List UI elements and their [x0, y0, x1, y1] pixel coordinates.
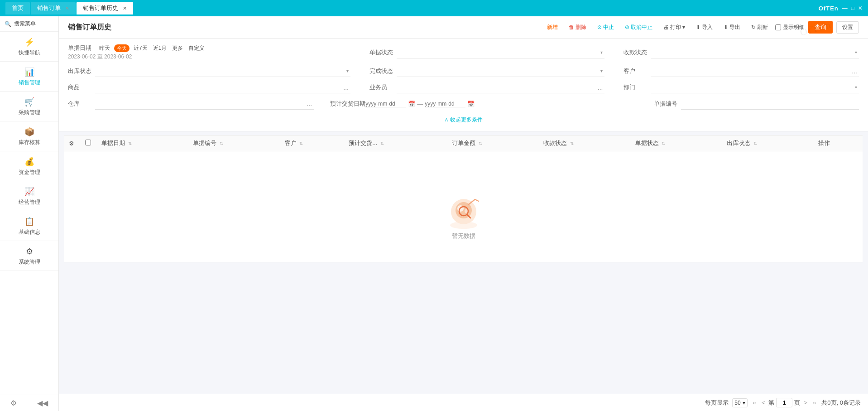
- filter-row-3: 商品 ... 业务员 ... 部门 ▾: [68, 82, 859, 93]
- calendar-to-icon[interactable]: 📅: [467, 101, 475, 107]
- total-info: 共0页, 0条记录: [821, 399, 861, 407]
- top-bar: 首页 销售订单 ✕ 销售订单历史 ✕ OfTEn — □ ✕: [0, 0, 868, 16]
- date-option-yesterday[interactable]: 昨天: [98, 44, 111, 52]
- first-page-button[interactable]: «: [751, 398, 758, 407]
- sidebar-item-search-menu[interactable]: 🔍 搜索菜单: [0, 16, 58, 32]
- empty-state-row: 暂无数据: [64, 151, 863, 262]
- th-checkbox[interactable]: [81, 135, 97, 151]
- content-area: 销售订单历史 + 新增 🗑 删除 ⊘ 中止 ⊘ 取消中止: [59, 16, 868, 411]
- th-date-sort-icon: ⇅: [128, 141, 132, 146]
- salesperson-input-area[interactable]: ...: [397, 82, 605, 93]
- show-detail-checkbox[interactable]: [775, 24, 781, 30]
- page-size-select[interactable]: 50 ▾: [732, 398, 747, 407]
- sidebar-collapse-icon[interactable]: ◀◀: [37, 399, 48, 407]
- last-page-button[interactable]: »: [811, 398, 818, 407]
- tab-home[interactable]: 首页: [5, 2, 30, 15]
- export-button[interactable]: ⬇ 导出: [720, 22, 744, 33]
- th-settings[interactable]: ⚙: [64, 135, 81, 151]
- filter-goods-item: 商品 ...: [68, 82, 350, 93]
- sales-icon: 📊: [24, 67, 34, 77]
- empty-state: 暂无数据: [69, 155, 858, 258]
- filter-complete-item: 完成状态 ▾: [369, 65, 605, 77]
- finance-icon: 💰: [24, 157, 34, 167]
- sidebar-item-sales[interactable]: 📊 销售管理: [0, 62, 58, 92]
- salesperson-dots-icon: ...: [598, 84, 603, 91]
- sidebar-item-quick-nav[interactable]: ⚡ 快捷导航: [0, 32, 58, 62]
- brand-label: OfTEn: [819, 5, 839, 12]
- print-label: 打印: [670, 24, 681, 31]
- settings-gear-icon[interactable]: ⚙: [69, 140, 74, 147]
- th-action: 操作: [814, 135, 863, 151]
- th-customer[interactable]: 客户 ⇅: [280, 135, 345, 151]
- tab-sales-order-close[interactable]: ✕: [65, 5, 69, 11]
- page-size-label: 每页显示: [705, 399, 729, 407]
- tab-sales-history-close[interactable]: ✕: [123, 5, 127, 11]
- dept-arrow-icon: ▾: [855, 85, 857, 90]
- sidebar-item-system[interactable]: ⚙ 系统管理: [0, 241, 58, 271]
- delivery-date-to-input[interactable]: [425, 101, 465, 107]
- import-button[interactable]: ⬆ 导入: [692, 22, 716, 33]
- prev-page-button[interactable]: <: [760, 398, 767, 407]
- payment-status-select[interactable]: ▾: [651, 47, 859, 58]
- doc-status-select[interactable]: ▾: [397, 47, 605, 58]
- page-size-value: 50: [734, 400, 740, 406]
- window-minimize[interactable]: —: [842, 5, 848, 11]
- cancel-stop-label: 取消中止: [631, 24, 652, 31]
- delivery-date-from-input[interactable]: [365, 101, 406, 107]
- next-page-button[interactable]: >: [802, 398, 809, 407]
- sidebar-item-finance[interactable]: 💰 资金管理: [0, 151, 58, 181]
- show-detail-checkbox-label[interactable]: 显示明细: [775, 24, 805, 31]
- table-header-row: ⚙ 单据日期 ⇅ 单据编号 ⇅: [64, 135, 863, 151]
- th-delivery[interactable]: 预计交货... ⇅: [344, 135, 447, 151]
- refresh-button[interactable]: ↻ 刷新: [748, 22, 772, 33]
- tab-sales-history[interactable]: 销售订单历史 ✕: [77, 2, 133, 15]
- page-number-input[interactable]: [776, 398, 792, 407]
- customer-label: 客户: [623, 67, 651, 75]
- cancel-stop-button[interactable]: ⊘ 取消中止: [621, 22, 656, 33]
- sidebar: 🔍 搜索菜单 ⚡ 快捷导航 📊 销售管理 🛒 采购管理 📦 库存核算 💰 资金管…: [0, 16, 59, 411]
- window-maximize[interactable]: □: [851, 5, 854, 11]
- date-option-custom[interactable]: 自定义: [187, 44, 206, 52]
- window-close[interactable]: ✕: [858, 5, 863, 11]
- sidebar-item-inventory[interactable]: 📦 库存核算: [0, 121, 58, 151]
- filter-warehouse-item: 仓库 ...: [68, 98, 314, 110]
- warehouse-out-select[interactable]: ▾: [95, 65, 350, 77]
- sidebar-item-purchase[interactable]: 🛒 采购管理: [0, 92, 58, 121]
- date-option-more[interactable]: 更多: [171, 44, 184, 52]
- collapse-filter-bar[interactable]: ∧ 收起更多条件: [68, 114, 859, 126]
- date-option-today[interactable]: 今天: [114, 44, 129, 52]
- goods-input-area[interactable]: ...: [95, 82, 350, 93]
- dept-select[interactable]: ▾: [651, 82, 859, 93]
- date-option-7days[interactable]: 近7天: [132, 44, 149, 52]
- th-no[interactable]: 单据编号 ⇅: [188, 135, 280, 151]
- date-option-1month[interactable]: 近1月: [152, 44, 168, 52]
- filter-doc-status-item: 单据状态 ▾: [369, 47, 605, 58]
- complete-select[interactable]: ▾: [397, 65, 605, 77]
- th-payment[interactable]: 收款状态 ⇅: [539, 135, 630, 151]
- warehouse-input-area[interactable]: ...: [95, 98, 314, 110]
- print-button[interactable]: 🖨 打印 ▾: [660, 22, 689, 33]
- page-size-arrow-icon: ▾: [743, 400, 745, 406]
- query-button[interactable]: 查询: [808, 21, 833, 34]
- th-out-status[interactable]: 出库状态 ⇅: [722, 135, 814, 151]
- delete-label: 删除: [575, 24, 586, 31]
- print-arrow-icon: ▾: [682, 24, 685, 30]
- sidebar-settings-icon[interactable]: ⚙: [10, 399, 17, 407]
- order-no-input-area[interactable]: [681, 98, 859, 110]
- sidebar-bottom: ⚙ ◀◀: [0, 395, 58, 411]
- th-date[interactable]: 单据日期 ⇅: [97, 135, 188, 151]
- calendar-from-icon[interactable]: 📅: [408, 101, 415, 107]
- select-all-checkbox[interactable]: [85, 140, 91, 145]
- th-doc-status[interactable]: 单据状态 ⇅: [631, 135, 722, 151]
- customer-input-area[interactable]: ...: [651, 65, 859, 77]
- order-no-label: 单据编号: [654, 100, 681, 108]
- sidebar-item-operation[interactable]: 📈 经营管理: [0, 181, 58, 211]
- sidebar-item-base[interactable]: 📋 基础信息: [0, 211, 58, 241]
- tab-sales-order[interactable]: 销售订单 ✕: [31, 2, 76, 15]
- delete-button[interactable]: 🗑 删除: [565, 22, 590, 33]
- th-amount[interactable]: 订单金额 ⇅: [447, 135, 539, 151]
- tab-sales-history-label: 销售订单历史: [83, 4, 118, 12]
- new-button[interactable]: + 新增: [539, 22, 561, 33]
- set-button[interactable]: 设置: [836, 21, 859, 34]
- stop-button[interactable]: ⊘ 中止: [594, 22, 618, 33]
